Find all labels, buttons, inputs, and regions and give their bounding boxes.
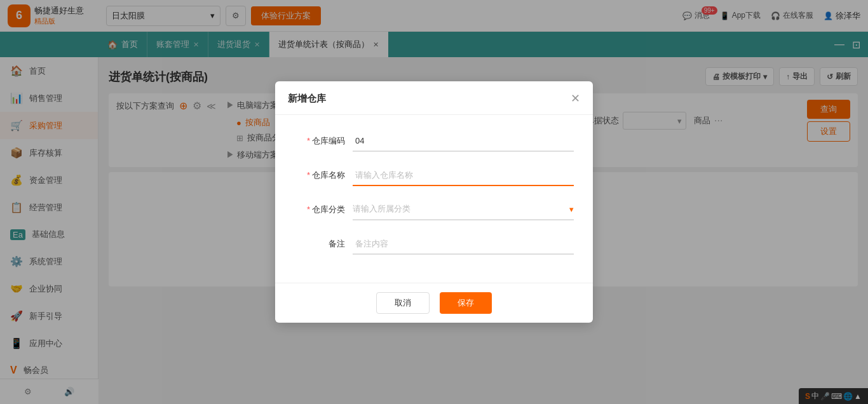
- note-input[interactable]: [353, 233, 574, 255]
- modal-title: 新增仓库: [288, 93, 326, 105]
- code-row: 仓库编码: [294, 130, 574, 152]
- cancel-button[interactable]: 取消: [376, 292, 430, 314]
- modal-footer: 取消 保存: [275, 283, 593, 323]
- modal-body: 仓库编码 仓库名称 仓库分类 请输入所属分类 ▾ 备注: [275, 115, 593, 283]
- save-button[interactable]: 保存: [440, 292, 492, 314]
- modal-header: 新增仓库 ✕: [275, 81, 593, 115]
- category-select[interactable]: 请输入所属分类 ▾: [353, 199, 574, 220]
- note-row: 备注: [294, 233, 574, 255]
- code-input[interactable]: [353, 130, 574, 152]
- note-label: 备注: [294, 238, 345, 250]
- new-warehouse-modal: 新增仓库 ✕ 仓库编码 仓库名称 仓库分类 请输入所属分类 ▾: [275, 81, 593, 323]
- name-label: 仓库名称: [294, 170, 345, 181]
- name-input[interactable]: [353, 165, 574, 186]
- category-label: 仓库分类: [294, 204, 345, 215]
- category-arrow-icon: ▾: [569, 205, 574, 214]
- modal-close-button[interactable]: ✕: [571, 91, 580, 105]
- category-row: 仓库分类 请输入所属分类 ▾: [294, 199, 574, 220]
- category-placeholder: 请输入所属分类: [353, 203, 410, 215]
- code-label: 仓库编码: [294, 135, 345, 147]
- modal-overlay[interactable]: 新增仓库 ✕ 仓库编码 仓库名称 仓库分类 请输入所属分类 ▾: [0, 0, 868, 404]
- name-row: 仓库名称: [294, 165, 574, 186]
